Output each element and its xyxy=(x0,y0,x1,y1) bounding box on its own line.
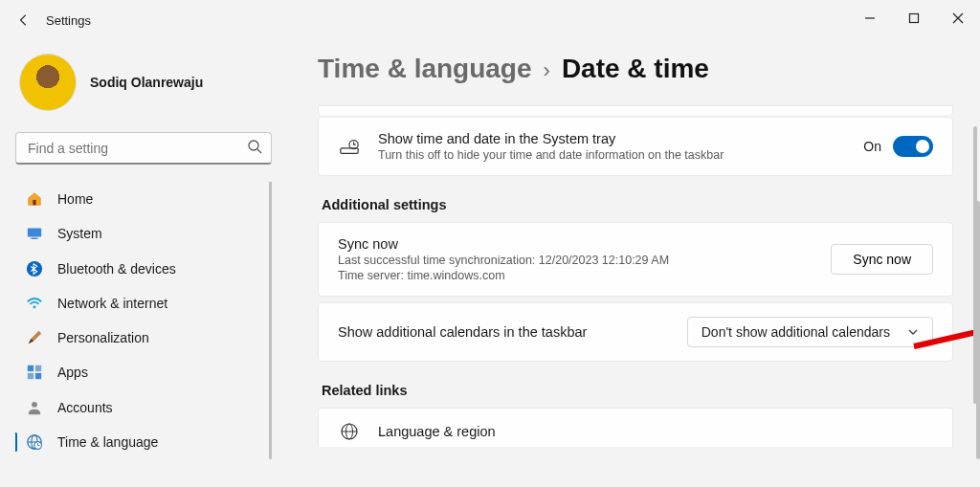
maximize-icon xyxy=(908,12,920,24)
svg-line-3 xyxy=(257,149,261,153)
bluetooth-icon xyxy=(25,259,44,278)
sync-now-button[interactable]: Sync now xyxy=(831,244,933,275)
breadcrumb: Time & language › Date & time xyxy=(318,54,953,84)
maximize-button[interactable] xyxy=(892,0,936,36)
person-icon xyxy=(25,398,44,417)
search-input[interactable] xyxy=(15,132,272,165)
row-system-tray-time: Show time and date in the System tray Tu… xyxy=(319,118,952,175)
svg-rect-11 xyxy=(28,373,33,379)
minimize-button[interactable] xyxy=(848,0,892,36)
additional-calendars-dropdown[interactable]: Don't show additional calendars xyxy=(687,317,933,347)
breadcrumb-parent[interactable]: Time & language xyxy=(318,54,532,84)
svg-rect-4 xyxy=(33,200,35,205)
related-lang-region: Language & region xyxy=(378,424,933,439)
sidebar-item-label: Network & internet xyxy=(57,296,167,311)
sidebar-item-home[interactable]: Home xyxy=(15,182,259,216)
svg-point-13 xyxy=(32,402,37,408)
svg-rect-6 xyxy=(31,238,37,239)
calendars-label: Show additional calendars in the taskbar xyxy=(338,324,670,340)
chevron-right-icon: › xyxy=(544,58,550,83)
sync-title: Sync now xyxy=(338,236,813,252)
minimize-icon xyxy=(864,12,876,24)
sidebar-item-system[interactable]: System xyxy=(15,216,259,251)
svg-point-7 xyxy=(27,261,42,277)
chevron-down-icon xyxy=(907,326,919,338)
wifi-icon xyxy=(25,294,44,313)
search-icon xyxy=(247,139,262,158)
sync-server: Time server: time.windows.com xyxy=(338,269,813,282)
avatar xyxy=(19,54,77,111)
globe-icon xyxy=(338,422,361,441)
row-sync-now: Sync now Last successful time synchroniz… xyxy=(319,223,952,296)
row-language-region[interactable]: Language & region xyxy=(319,409,952,447)
system-icon xyxy=(25,224,44,243)
arrow-left-icon xyxy=(17,13,31,27)
sidebar-item-bluetooth[interactable]: Bluetooth & devices xyxy=(15,252,259,286)
sidebar-item-apps[interactable]: Apps xyxy=(15,355,259,389)
apps-icon xyxy=(25,363,44,382)
section-related-links: Related links xyxy=(322,383,953,398)
globe-time-icon xyxy=(25,432,44,452)
svg-rect-10 xyxy=(35,365,41,371)
sidebar-item-label: Accounts xyxy=(57,400,113,415)
brush-icon xyxy=(25,328,44,347)
window-title: Settings xyxy=(46,13,91,28)
sidebar-item-network[interactable]: Network & internet xyxy=(15,286,259,321)
close-icon xyxy=(952,12,964,24)
sidebar-item-label: Time & language xyxy=(57,434,158,450)
system-tray-time-toggle[interactable] xyxy=(893,136,933,157)
sidebar-item-time-language[interactable]: Time & language xyxy=(15,425,259,459)
profile-block[interactable]: Sodiq Olanrewaju xyxy=(15,48,272,128)
search-wrapper xyxy=(15,132,272,165)
sidebar-item-label: System xyxy=(57,226,102,241)
sidebar-item-accounts[interactable]: Accounts xyxy=(15,390,259,425)
profile-name: Sodiq Olanrewaju xyxy=(90,75,203,90)
sidebar-nav: Home System Bluetooth & devices Network … xyxy=(15,182,272,459)
svg-point-2 xyxy=(249,141,258,150)
back-button[interactable] xyxy=(17,13,31,27)
taskbar-clock-icon xyxy=(338,136,361,157)
sidebar-item-label: Bluetooth & devices xyxy=(57,261,176,277)
svg-rect-12 xyxy=(35,373,41,379)
breadcrumb-current: Date & time xyxy=(562,54,709,84)
svg-point-8 xyxy=(33,305,36,308)
sidebar-item-label: Apps xyxy=(57,365,88,380)
toggle-state-label: On xyxy=(863,139,881,154)
home-icon xyxy=(25,189,44,209)
card-fragment-top xyxy=(318,105,953,115)
sidebar-item-personalization[interactable]: Personalization xyxy=(15,321,259,355)
sync-last: Last successful time synchronization: 12… xyxy=(338,254,813,267)
row-additional-calendars: Show additional calendars in the taskbar… xyxy=(319,303,952,361)
row-desc: Turn this off to hide your time and date… xyxy=(378,148,846,162)
window-scrollbar[interactable] xyxy=(976,201,980,459)
svg-rect-9 xyxy=(28,365,33,371)
section-additional-settings: Additional settings xyxy=(322,197,953,212)
row-title: Show time and date in the System tray xyxy=(378,131,846,146)
sidebar-item-label: Home xyxy=(57,191,93,207)
svg-rect-5 xyxy=(28,229,41,237)
close-button[interactable] xyxy=(936,0,980,36)
sidebar-item-label: Personalization xyxy=(57,330,149,345)
svg-rect-1 xyxy=(910,14,919,23)
dropdown-selected: Don't show additional calendars xyxy=(702,324,890,340)
